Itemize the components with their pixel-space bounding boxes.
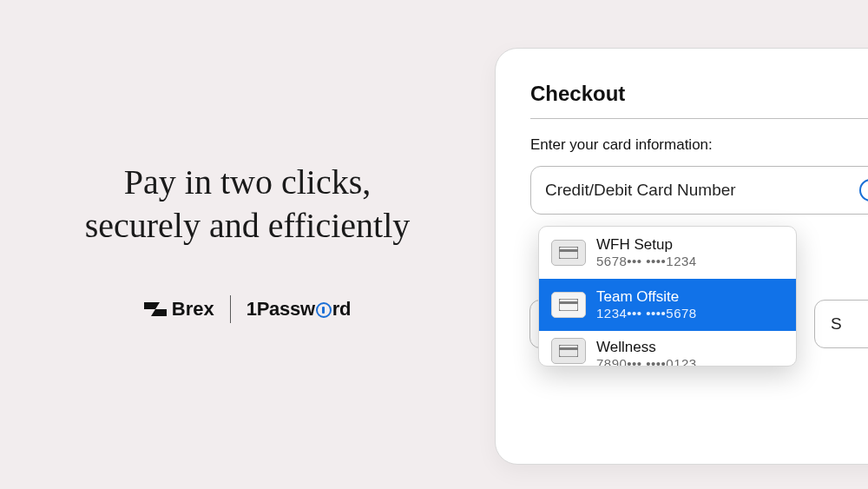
autofill-option-name: Wellness xyxy=(596,338,697,356)
secondary-input-right-text: S xyxy=(831,314,842,334)
card-field-label: Enter your card information: xyxy=(530,136,868,154)
autofill-option-name: WFH Setup xyxy=(596,235,697,254)
autofill-option-number: 1234••• ••••5678 xyxy=(596,306,697,322)
onepassword-suffix: rd xyxy=(332,298,351,320)
svg-rect-1 xyxy=(559,247,578,259)
card-number-input[interactable]: Credit/Debit Card Number xyxy=(530,166,868,215)
card-icon xyxy=(551,240,586,266)
autofill-option-name: Team Offsite xyxy=(596,287,697,306)
brex-logo: Brex xyxy=(144,298,214,320)
logo-row: Brex 1Passw rd xyxy=(30,295,464,323)
brex-text: Brex xyxy=(172,298,214,320)
logo-divider xyxy=(230,295,231,323)
svg-rect-4 xyxy=(559,301,578,304)
autofill-option-number: 7890••• ••••0123 xyxy=(596,356,697,367)
card-number-placeholder: Credit/Debit Card Number xyxy=(545,181,847,200)
svg-rect-3 xyxy=(559,299,578,311)
onepassword-fill-icon[interactable] xyxy=(859,179,868,202)
card-icon xyxy=(551,292,586,318)
autofill-option[interactable]: WFH Setup 5678••• ••••1234 xyxy=(539,227,796,279)
headline-line-1: Pay in two clicks, xyxy=(124,162,371,202)
svg-rect-2 xyxy=(559,249,578,252)
autofill-option[interactable]: Wellness 7890••• ••••0123 xyxy=(539,331,796,366)
autofill-option[interactable]: Team Offsite 1234••• ••••5678 xyxy=(539,279,796,331)
onepassword-prefix: 1Passw xyxy=(247,298,315,320)
marketing-panel: Pay in two clicks, securely and efficien… xyxy=(30,161,464,323)
card-icon xyxy=(551,338,586,364)
secondary-input-right[interactable]: S xyxy=(814,300,868,348)
headline: Pay in two clicks, securely and efficien… xyxy=(30,161,464,248)
checkout-title: Checkout xyxy=(530,82,868,119)
onepassword-autofill-dropdown: WFH Setup 5678••• ••••1234 Team Offsite … xyxy=(538,226,797,367)
onepassword-o-icon xyxy=(316,302,332,318)
svg-rect-6 xyxy=(559,347,578,350)
onepassword-logo: 1Passw rd xyxy=(247,298,351,320)
brex-mark-icon xyxy=(144,301,167,318)
autofill-option-number: 5678••• ••••1234 xyxy=(596,254,697,270)
svg-rect-5 xyxy=(559,345,578,357)
headline-line-2: securely and efficiently xyxy=(85,206,411,245)
